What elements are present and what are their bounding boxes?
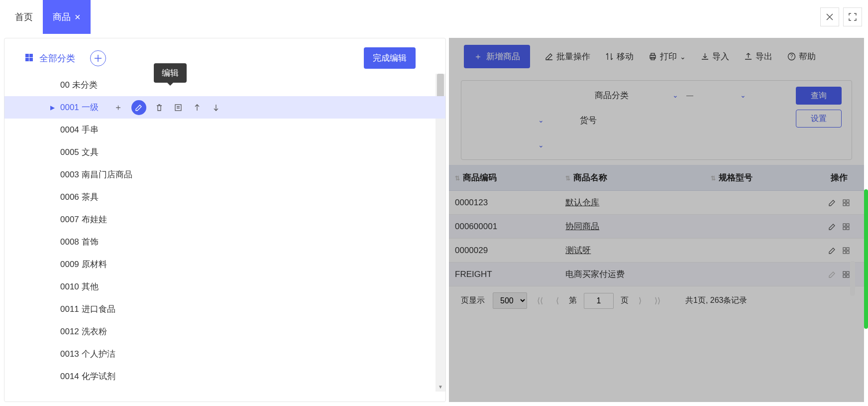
category-label: 0008 首饰: [60, 236, 99, 248]
svg-rect-0: [175, 105, 181, 111]
edit-button[interactable]: [131, 100, 146, 115]
category-label: 0005 文具: [60, 146, 99, 158]
category-label: 0004 手串: [60, 124, 99, 135]
dim-overlay: [449, 38, 864, 402]
delete-button[interactable]: [153, 102, 165, 114]
category-item[interactable]: ▶0001 一级 ＋: [4, 96, 445, 119]
category-label: 00 未分类: [60, 79, 98, 91]
scrollbar-track: [435, 74, 445, 382]
category-label: 0006 茶具: [60, 191, 99, 203]
plus-icon: [94, 54, 102, 62]
edit-tooltip: 编辑: [154, 63, 187, 83]
category-item[interactable]: 0007 布娃娃: [4, 208, 445, 231]
category-item[interactable]: 0004 手串: [4, 119, 445, 141]
category-title[interactable]: 全部分类: [39, 52, 75, 64]
category-label: 0012 洗衣粉: [60, 326, 107, 337]
category-panel: 全部分类 完成编辑 编辑 ▼ 00 未分类▶0001 一级 ＋ 0004 手串0…: [4, 38, 446, 402]
caret-right-icon: ▶: [50, 104, 55, 111]
tab-bar: 首页 商品 ×: [0, 0, 868, 34]
category-item[interactable]: 0012 洗衣粉: [4, 320, 445, 343]
category-item[interactable]: 0005 文具: [4, 141, 445, 163]
category-item[interactable]: 0008 首饰: [4, 231, 445, 253]
table-scrollbar-thumb[interactable]: [850, 261, 855, 296]
move-down-button[interactable]: [210, 102, 222, 114]
page-scrollbar-thumb[interactable]: [864, 189, 868, 329]
tab-products[interactable]: 商品 ×: [43, 0, 91, 34]
category-item[interactable]: 0009 原材料: [4, 253, 445, 275]
category-item[interactable]: 0014 化学试剂: [4, 365, 445, 388]
fullscreen-icon: [848, 12, 857, 21]
category-label: 0003 南昌门店商品: [60, 169, 132, 180]
category-label: 0007 布娃娃: [60, 214, 107, 225]
category-label: 0011 进口食品: [60, 303, 115, 315]
tab-home[interactable]: 首页: [5, 0, 43, 34]
category-label: 0014 化学试剂: [60, 371, 115, 382]
move-up-button[interactable]: [191, 102, 203, 114]
category-tree: ▼ 00 未分类▶0001 一级 ＋ 0004 手串0005 文具0003 南昌…: [4, 74, 445, 392]
grid-icon: [25, 54, 34, 63]
tab-home-label: 首页: [15, 11, 33, 23]
add-category-button[interactable]: [90, 50, 106, 66]
category-item[interactable]: 0011 进口食品: [4, 298, 445, 320]
tab-products-label: 商品: [53, 11, 71, 23]
finish-edit-button[interactable]: 完成编辑: [364, 47, 416, 69]
category-label: 0013 个人护洁: [60, 348, 115, 360]
category-item[interactable]: 0013 个人护洁: [4, 343, 445, 365]
category-item[interactable]: 0006 茶具: [4, 186, 445, 208]
category-label: 0001 一级: [60, 102, 99, 113]
assign-button[interactable]: [172, 102, 184, 114]
category-label: 0010 其他: [60, 281, 99, 292]
scroll-down-arrow[interactable]: ▼: [435, 382, 445, 392]
product-list-panel: ＋ 新增商品 批量操作 移动 打印 ⌄ 导入: [449, 38, 864, 402]
x-icon: [825, 12, 834, 21]
category-item[interactable]: 0010 其他: [4, 275, 445, 298]
category-label: 0009 原材料: [60, 259, 107, 270]
category-item[interactable]: 00 未分类: [4, 74, 445, 96]
add-child-button[interactable]: ＋: [112, 102, 124, 114]
fullscreen-button[interactable]: [843, 7, 862, 26]
close-icon[interactable]: ×: [75, 12, 81, 22]
category-item[interactable]: 0003 南昌门店商品: [4, 163, 445, 186]
close-all-tabs-button[interactable]: [820, 7, 839, 26]
